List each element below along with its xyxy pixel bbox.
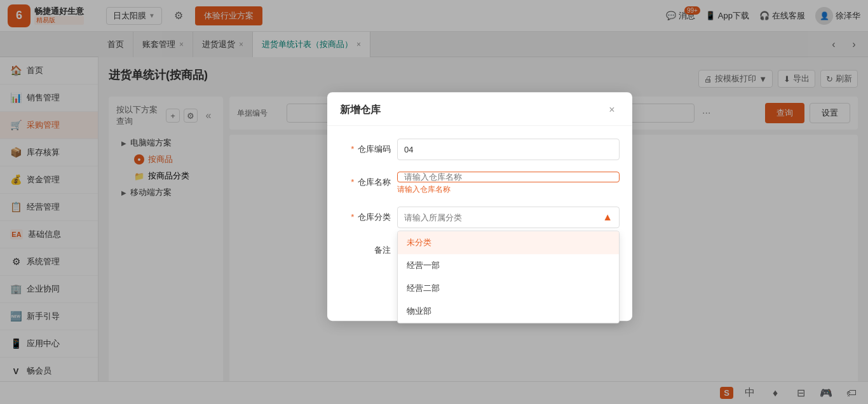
category-toggle-button[interactable]: ▲ xyxy=(602,212,613,223)
dialog-close-button[interactable]: × xyxy=(604,102,620,118)
category-input-row: ▲ xyxy=(397,206,620,228)
category-input[interactable] xyxy=(404,213,602,222)
category-field-row: * 仓库分类 ▲ 未分类 经营一部 经营二部 物业部 xyxy=(340,206,620,228)
code-label: * 仓库编码 xyxy=(340,138,391,155)
remark-label: 备注 xyxy=(340,239,391,256)
code-required: * xyxy=(351,144,354,154)
category-label: * 仓库分类 xyxy=(340,206,391,223)
category-required: * xyxy=(351,212,354,222)
category-dropdown: 未分类 经营一部 经营二部 物业部 xyxy=(397,231,620,323)
name-required: * xyxy=(351,177,354,187)
dialog-title: 新增仓库 xyxy=(340,104,381,117)
name-input-wrapper: 请输入仓库名称 xyxy=(397,172,620,195)
code-field-row: * 仓库编码 xyxy=(340,138,620,160)
name-input[interactable] xyxy=(397,172,620,182)
add-warehouse-dialog: 新增仓库 × * 仓库编码 * 仓库名称 请输入仓库名称 * xyxy=(327,92,632,321)
category-input-wrapper: ▲ 未分类 经营一部 经营二部 物业部 xyxy=(397,206,620,228)
dropdown-item-dept2[interactable]: 经营二部 xyxy=(398,277,619,300)
name-error-tip: 请输入仓库名称 xyxy=(397,182,620,195)
name-field-row: * 仓库名称 请输入仓库名称 xyxy=(340,172,620,195)
name-label: * 仓库名称 xyxy=(340,172,391,188)
dropdown-item-property[interactable]: 物业部 xyxy=(398,300,619,323)
dialog-header: 新增仓库 × xyxy=(327,92,632,126)
dropdown-item-unclassified[interactable]: 未分类 xyxy=(398,231,619,254)
dialog-body: * 仓库编码 * 仓库名称 请输入仓库名称 * 仓库分类 xyxy=(327,126,632,283)
dropdown-item-dept1[interactable]: 经营一部 xyxy=(398,254,619,277)
code-input[interactable] xyxy=(397,138,620,160)
